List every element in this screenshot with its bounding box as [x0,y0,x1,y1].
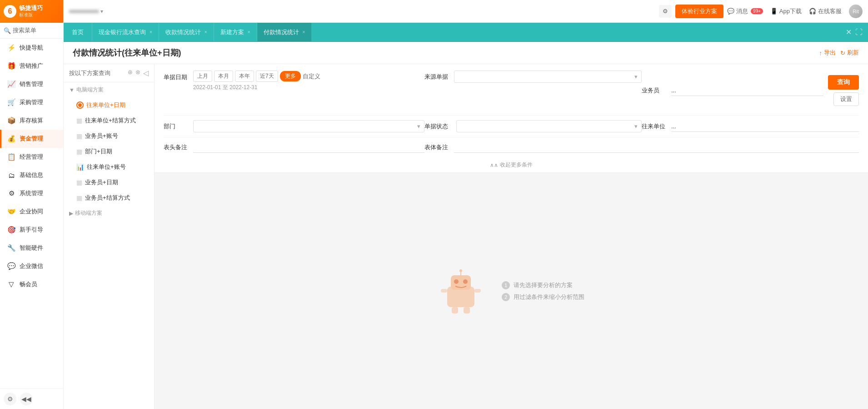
inventory-icon: 📦 [7,116,16,125]
sidebar-item-label: 新手引导 [20,226,43,234]
tab-close-icon[interactable]: × [205,30,207,35]
sidebar-item-marketing[interactable]: 🎁 营销推广 [0,57,63,75]
date-btn-this-year[interactable]: 本年 [235,71,254,82]
expand-btn[interactable]: ⛶ [855,28,863,36]
header-note-input[interactable] [193,142,424,153]
dept-label: 部门 [164,122,189,131]
sidebar-item-label: 系统管理 [20,189,43,197]
enterprise-icon: 🤝 [7,207,16,216]
sidebar-item-finance[interactable]: 💰 资金管理 [0,130,63,148]
tab-new-scheme[interactable]: 新建方案 × [214,23,257,41]
scheme-item-dept-date[interactable]: ▦ 部门+日期 [64,144,154,159]
collapse-panel-btn[interactable]: ◁ [143,69,149,77]
tip-text-1: 请先选择要分析的方案 [514,281,573,289]
scheme-item-label: 部门+日期 [85,147,112,156]
app-download-btn[interactable]: 📱 App下载 [770,7,802,15]
sidebar-item-basic[interactable]: 🗂 基础信息 [0,166,63,184]
headset-icon: 🎧 [809,8,816,15]
filter-section: 单据日期 上月 本月 本年 近7天 更多 自定义 20 [155,64,868,173]
close-all-btn[interactable]: ✕ [846,28,852,36]
export-btn[interactable]: ↑ 导出 [819,49,836,57]
sidebar-item-member[interactable]: ▽ 畅会员 [0,275,63,293]
body-note-input[interactable] [454,142,859,153]
footer-collapse-btn[interactable]: ◀◀ [20,393,33,405]
search-menu[interactable]: 🔍 搜索菜单 [0,23,63,39]
svg-rect-9 [474,289,481,293]
scheme-item-label: 业务员+日期 [85,178,118,187]
dept-select[interactable]: ▾ [193,120,424,132]
scheme-item-staff-date[interactable]: ▦ 业务员+日期 [64,175,154,190]
scheme-item-unit-account[interactable]: 📊 往来单位+账号 [64,159,154,175]
user-avatar[interactable]: Rit [849,5,863,18]
related-unit-label: 往来单位 [642,122,667,131]
member-icon: ▽ [7,280,16,289]
add-scheme-btn[interactable]: ⊕ [128,69,133,77]
svg-rect-6 [452,307,458,313]
doc-status-select[interactable]: ▾ [456,120,642,132]
tab-label: 现金银行流水查询 [99,28,146,36]
sidebar-item-quick-nav[interactable]: ⚡ 快捷导航 [0,39,63,57]
doc-status-label: 单据状态 [424,122,452,131]
scheme-settings-btn[interactable]: ⊗ [135,69,140,77]
collapse-label: 收起更多条件 [500,161,533,169]
sidebar-item-label: 库存核算 [20,116,43,125]
marketing-icon: 🎁 [7,61,16,71]
refresh-btn[interactable]: ↻ 刷新 [840,49,859,57]
sidebar-item-inventory[interactable]: 📦 库存核算 [0,111,63,130]
source-select[interactable]: ▾ [454,71,642,83]
footer-settings-btn[interactable]: ⚙ [4,393,16,405]
sidebar-item-sales[interactable]: 📈 销售管理 [0,75,63,93]
query-actions: 查询 设置 [828,71,859,111]
source-arrow-icon: ▾ [634,73,638,80]
date-btn-more[interactable]: 更多 [280,71,301,81]
date-btn-last-month[interactable]: 上月 [193,71,212,82]
collapse-more-btn[interactable]: ∧∧ 收起更多条件 [164,157,859,172]
notification-btn[interactable]: 💬 消息 99+ [727,7,763,15]
finance-icon: 💰 [7,134,16,143]
sidebar-item-guide[interactable]: 🎯 新手引导 [0,221,63,239]
tab-label: 收款情况统计 [165,28,201,36]
tab-close-icon[interactable]: × [303,30,305,35]
tip-num-1: 1 [502,281,510,289]
sidebar-item-wechat[interactable]: 💬 企业微信 [0,257,63,275]
filter-settings-btn[interactable]: 设置 [833,92,859,106]
staff-input[interactable] [671,85,823,96]
app-logo-icon: 6 [4,5,16,18]
tab-close-icon[interactable]: × [248,30,250,35]
scheme-item-label: 业务员+结算方式 [85,194,130,202]
sidebar-item-label: 营销推广 [20,62,43,70]
scheme-item-unit-date[interactable]: 往来单位+日期 [64,97,154,113]
scheme-item-icon: ▦ [76,179,82,186]
empty-tips: 1 请先选择要分析的方案 2 用过滤条件来缩小分析范围 [502,281,584,301]
tab-home[interactable]: 首页 [64,23,92,41]
sidebar-footer: ⚙ ◀◀ [0,389,63,409]
trial-btn[interactable]: 体验行业方案 [675,5,723,18]
sales-icon: 📈 [7,80,16,89]
scheme-section-desktop[interactable]: ▼ 电脑端方案 [64,82,154,97]
related-unit-input[interactable] [671,121,859,132]
search-icon: 🔍 [4,27,11,34]
date-custom-label[interactable]: 自定义 [303,72,320,81]
query-btn[interactable]: 查询 [828,75,859,90]
tab-bank-flow[interactable]: 现金银行流水查询 × [92,23,159,41]
tab-close-icon[interactable]: × [150,30,152,35]
empty-robot-icon [438,266,484,316]
sidebar-item-hardware[interactable]: 🔧 智能硬件 [0,239,63,257]
tab-payment-stats[interactable]: 付款情况统计 × [257,23,312,41]
sidebar-item-operations[interactable]: 📋 经营管理 [0,148,63,166]
online-service-btn[interactable]: 🎧 在线客服 [809,7,842,15]
sidebar-item-enterprise[interactable]: 🤝 企业协同 [0,202,63,221]
operations-icon: 📋 [7,152,16,162]
date-btn-7days[interactable]: 近7天 [256,71,278,82]
topbar-right: 💬 消息 99+ 📱 App下载 🎧 在线客服 Rit [727,5,863,18]
collapse-up-icon: ∧∧ [490,162,498,168]
scheme-item-staff-settlement[interactable]: ▦ 业务员+结算方式 [64,190,154,206]
scheme-section-mobile[interactable]: ▶ 移动端方案 [64,206,154,221]
topbar-settings-btn[interactable]: ⚙ [659,5,672,18]
scheme-item-staff-account[interactable]: ▦ 业务员+账号 [64,128,154,144]
sidebar-item-system[interactable]: ⚙ 系统管理 [0,184,63,202]
date-btn-this-month[interactable]: 本月 [214,71,233,82]
scheme-item-unit-settlement[interactable]: ▦ 往来单位+结算方式 [64,113,154,128]
tab-receipt-stats[interactable]: 收款情况统计 × [159,23,214,41]
sidebar-item-purchase[interactable]: 🛒 采购管理 [0,93,63,111]
